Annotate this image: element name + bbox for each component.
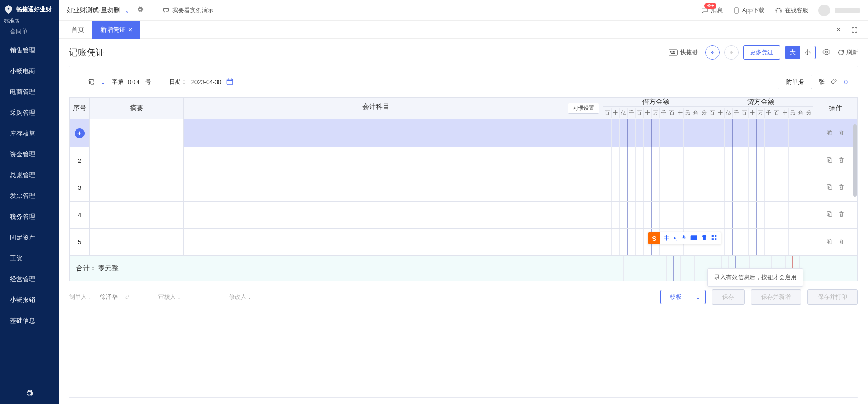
next-voucher-button[interactable] [724,45,739,60]
sidebar-item-invoice[interactable]: 发票管理 [0,186,59,207]
ime-menu-icon[interactable] [711,235,717,242]
delete-row-button[interactable] [838,156,845,165]
subject-cell[interactable] [184,119,603,147]
th-ops: 操作 [813,98,858,119]
more-vouchers-button[interactable]: 更多凭证 [743,45,780,60]
total-value: 零元整 [98,264,119,272]
subject-cell[interactable] [184,147,603,174]
tab-new-voucher[interactable]: 新增凭证 × [92,21,140,39]
tab-home[interactable]: 首页 [63,21,92,39]
ime-mic-icon[interactable] [681,235,687,242]
app-download-button[interactable]: App下载 [733,6,764,14]
edition-label: 标准版 [0,16,59,28]
copy-row-button[interactable] [826,129,833,137]
ime-skin-icon[interactable] [701,235,707,242]
view-button[interactable] [820,47,833,58]
debit-cell[interactable] [603,174,708,202]
sidebar-item-inventory[interactable]: 库存核算 [0,123,59,144]
table-row[interactable]: 4 [70,202,858,229]
voucher-number[interactable]: 004 [128,79,141,85]
credit-cell[interactable] [708,229,813,256]
org-settings-button[interactable] [136,5,144,15]
sidebar-item-tax[interactable]: 税务管理 [0,207,59,227]
credit-cell[interactable] [708,202,813,229]
sidebar-item-basic[interactable]: 基础信息 [0,310,59,331]
sidebar-item-sales[interactable]: 销售管理 [0,40,59,61]
delete-row-button[interactable] [838,211,845,219]
ops-cell [813,119,858,147]
habit-settings-button[interactable]: 习惯设置 [568,103,599,114]
sidebar-item-expense[interactable]: 小畅报销 [0,290,59,310]
attach-count[interactable]: 0 [844,79,848,85]
svg-rect-0 [735,8,738,13]
voucher-date[interactable]: 2023-04-30 [191,79,222,85]
edit-maker-button[interactable] [125,293,131,301]
copy-row-button[interactable] [826,211,833,219]
messages-button[interactable]: 99+ 消息 [701,6,723,14]
summary-cell[interactable] [90,202,184,229]
delete-row-button[interactable] [838,183,845,192]
copy-row-button[interactable] [826,238,833,246]
sidebar-item-eshop[interactable]: 小畅电商 [0,61,59,82]
summary-cell[interactable] [90,147,184,174]
svg-rect-3 [227,79,233,84]
ime-punct-icon[interactable]: •, [674,235,678,242]
sidebar-item-clipped[interactable]: 合同单 [0,28,59,40]
debit-cell[interactable] [603,119,708,147]
ime-keyboard-icon[interactable] [690,235,697,242]
shortcut-button[interactable]: 快捷键 [666,48,701,56]
credit-cell[interactable] [708,119,813,147]
table-row[interactable]: 2 [70,147,858,174]
table-row[interactable]: + [70,119,858,147]
voucher-type[interactable]: 记 [88,78,94,86]
fullscreen-button[interactable] [848,23,861,36]
debit-cell[interactable] [603,202,708,229]
sidebar-settings[interactable] [0,384,59,404]
credit-cell[interactable] [708,174,813,202]
subject-cell[interactable] [184,202,603,229]
sidebar-item-purchase[interactable]: 采购管理 [0,103,59,123]
sidebar-item-funds[interactable]: 资金管理 [0,144,59,165]
ime-lang[interactable]: 中 [664,234,670,242]
credit-cell[interactable] [708,147,813,174]
svg-rect-7 [828,213,832,216]
refresh-button[interactable]: 刷新 [837,48,858,56]
customer-service-button[interactable]: 在线客服 [774,6,808,14]
debit-cell[interactable] [603,147,708,174]
attach-button[interactable]: 附单据 [778,75,812,89]
copy-row-button[interactable] [826,183,833,192]
summary-cell[interactable] [90,229,184,256]
delete-row-button[interactable] [838,129,845,137]
ime-toolbar[interactable]: S 中 •, [648,232,721,244]
template-dropdown[interactable]: ⌄ [691,290,705,304]
summary-cell[interactable] [90,119,184,147]
amt-unit: 分 [805,108,813,118]
subject-cell[interactable] [184,174,603,202]
copy-row-button[interactable] [826,156,833,165]
user-block[interactable] [818,5,860,16]
prev-voucher-button[interactable] [705,45,720,60]
org-selector[interactable]: 好业财测试-量勿删 ⌄ [67,6,130,14]
subject-cell[interactable] [184,229,603,256]
sidebar-item-ecom[interactable]: 电商管理 [0,82,59,103]
size-large-button[interactable]: 大 [785,46,800,59]
template-button[interactable]: 模板 ⌄ [660,290,706,304]
chevron-down-icon[interactable]: ⌄ [100,79,105,85]
calendar-icon[interactable] [226,77,234,87]
add-row-button[interactable]: + [75,128,85,138]
sidebar-item-mgmt[interactable]: 经营管理 [0,269,59,290]
sidebar-item-ledger[interactable]: 总账管理 [0,165,59,186]
table-row[interactable]: 3 [70,174,858,202]
summary-cell[interactable] [90,174,184,202]
close-icon[interactable]: × [128,26,132,33]
ops-cell [813,174,858,202]
demo-link[interactable]: 我要看实例演示 [162,6,213,14]
size-small-button[interactable]: 小 [800,46,815,59]
sidebar-item-salary[interactable]: 工资 [0,248,59,269]
delete-row-button[interactable] [838,238,845,246]
tab-close-all-button[interactable]: ✕ [832,23,844,36]
table-row[interactable]: 5 [70,229,858,256]
summary-input[interactable] [91,121,181,144]
sidebar-item-assets[interactable]: 固定资产 [0,227,59,248]
table-scrollbar[interactable] [852,97,858,281]
